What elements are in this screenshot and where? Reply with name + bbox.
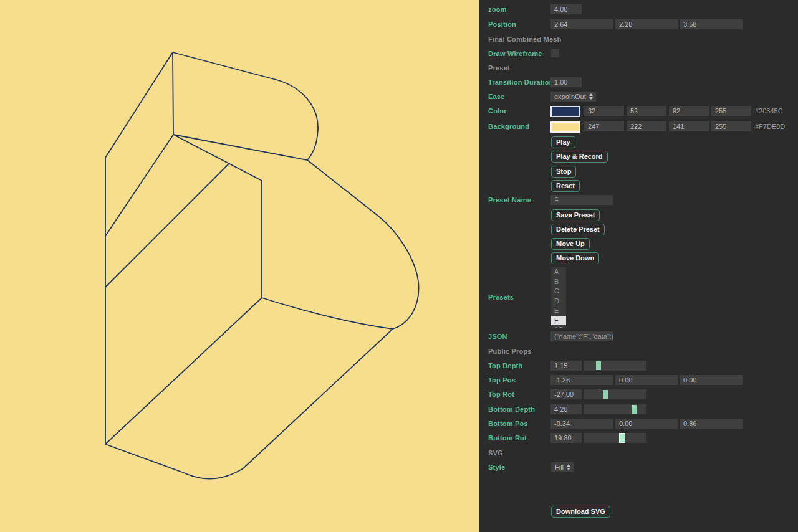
bottom-depth-input[interactable]: 4.20	[550, 404, 582, 414]
zoom-label: zoom	[488, 6, 507, 13]
bottom-depth-row: Bottom Depth 4.20	[479, 404, 798, 416]
preset-option[interactable]: B	[551, 277, 566, 287]
preset-name-input[interactable]: F	[550, 195, 613, 205]
bottom-pos-label: Bottom Pos	[488, 420, 528, 427]
top-depth-label: Top Depth	[488, 362, 522, 369]
json-label: JSON	[488, 333, 507, 340]
zoom-row: zoom 4.00	[479, 4, 798, 16]
play-record-button[interactable]: Play & Record	[551, 151, 608, 163]
json-input[interactable]: {"name":"F","data":{	[550, 331, 613, 341]
preset-option[interactable]: C	[551, 287, 566, 297]
updown-arrows-icon	[567, 464, 570, 470]
letter-canvas[interactable]	[0, 0, 479, 532]
presets-label: Presets	[488, 293, 514, 301]
preset-section: Preset	[479, 63, 798, 74]
bottom-rot-slider[interactable]	[584, 433, 646, 443]
transition-duration-label: Transition Duration	[488, 78, 554, 86]
background-label: Background	[488, 123, 529, 130]
top-depth-row: Top Depth 1.15	[479, 361, 798, 372]
top-depth-input[interactable]: 1.15	[550, 361, 582, 371]
bottom-rot-input[interactable]: 19.80	[550, 433, 582, 443]
background-row: Background 247 222 141 255 #F7DE8D	[479, 121, 798, 133]
bottom-rot-label: Bottom Rot	[488, 434, 527, 442]
ease-select[interactable]: expoInOut	[550, 92, 596, 102]
style-label: Style	[488, 463, 505, 471]
download-svg-button[interactable]: Download SVG	[551, 506, 610, 518]
position-x-input[interactable]: 2.64	[550, 19, 613, 29]
presets-listbox[interactable]: A B C D E F AB	[551, 267, 566, 328]
position-y-input[interactable]: 2.28	[615, 19, 678, 29]
bottom-pos-z-input[interactable]: 0.86	[680, 419, 743, 429]
position-z-input[interactable]: 3.58	[680, 19, 743, 29]
transition-duration-row: Transition Duration 1.00	[479, 77, 798, 88]
preset-option[interactable]: D	[551, 297, 566, 306]
top-rot-row: Top Rot -27.00	[479, 389, 798, 401]
letter-inner-edges	[105, 52, 393, 444]
top-depth-slider[interactable]	[584, 361, 646, 371]
draw-wireframe-checkbox[interactable]	[551, 49, 559, 57]
bottom-depth-slider-handle[interactable]	[632, 405, 637, 414]
preset-option-selected[interactable]: F	[551, 316, 566, 326]
zoom-input[interactable]: 4.00	[550, 4, 582, 14]
top-rot-slider-handle[interactable]	[603, 390, 608, 399]
color-g-input[interactable]: 52	[627, 106, 666, 116]
bottom-rot-slider-handle[interactable]	[619, 433, 625, 443]
final-combined-mesh-title: Final Combined Mesh	[488, 36, 561, 43]
bottom-rot-row: Bottom Rot 19.80	[479, 433, 798, 444]
move-down-button[interactable]: Move Down	[551, 252, 599, 264]
style-selected-value: Fill	[555, 462, 564, 472]
background-b-input[interactable]: 141	[669, 121, 709, 131]
color-r-input[interactable]: 32	[584, 106, 624, 116]
preset-option-partial[interactable]: AB	[551, 325, 566, 328]
bottom-pos-row: Bottom Pos -0.34 0.00 0.86	[479, 419, 798, 430]
color-label: Color	[488, 107, 507, 115]
reset-button[interactable]: Reset	[551, 180, 580, 192]
bottom-depth-label: Bottom Depth	[488, 406, 535, 413]
svg-section-title: SVG	[488, 449, 503, 457]
bottom-depth-slider[interactable]	[584, 404, 646, 414]
preset-option[interactable]: A	[551, 267, 566, 277]
background-g-input[interactable]: 222	[627, 121, 666, 131]
color-b-input[interactable]: 92	[669, 106, 709, 116]
preset-option[interactable]: E	[551, 306, 566, 316]
top-rot-input[interactable]: -27.00	[550, 389, 582, 399]
color-hex-value: #20345C	[755, 107, 783, 115]
delete-preset-button[interactable]: Delete Preset	[551, 224, 605, 235]
top-depth-slider-handle[interactable]	[596, 361, 601, 370]
public-props-title: Public Props	[488, 348, 532, 355]
color-row: Color 32 52 92 255 #20345C	[479, 106, 798, 117]
app-window: zoom 4.00 Position 2.64 2.28 3.58 Final …	[0, 0, 798, 532]
color-a-input[interactable]: 255	[711, 106, 751, 116]
top-pos-x-input[interactable]: -1.26	[550, 375, 613, 385]
bottom-pos-y-input[interactable]: 0.00	[615, 419, 678, 429]
top-pos-y-input[interactable]: 0.00	[615, 375, 678, 385]
style-row: Style Fill	[479, 462, 798, 473]
ease-label: Ease	[488, 93, 505, 100]
ease-row: Ease expoInOut	[479, 92, 798, 103]
draw-wireframe-row: Draw Wireframe	[479, 49, 798, 60]
style-select[interactable]: Fill	[551, 462, 574, 472]
background-r-input[interactable]: 247	[584, 121, 624, 131]
top-rot-label: Top Rot	[488, 391, 514, 398]
top-pos-z-input[interactable]: 0.00	[680, 375, 743, 385]
final-combined-mesh-section: Final Combined Mesh	[479, 34, 798, 45]
ease-selected-value: expoInOut	[554, 92, 586, 102]
bottom-pos-x-input[interactable]: -0.34	[550, 419, 613, 429]
color-swatch[interactable]	[550, 106, 580, 117]
move-up-button[interactable]: Move Up	[551, 238, 590, 250]
draw-wireframe-label: Draw Wireframe	[488, 50, 542, 57]
preset-section-title: Preset	[488, 64, 510, 72]
top-pos-row: Top Pos -1.26 0.00 0.00	[479, 375, 798, 386]
top-pos-label: Top Pos	[488, 376, 516, 384]
background-a-input[interactable]: 255	[711, 121, 751, 131]
play-button[interactable]: Play	[551, 136, 575, 148]
preset-name-row: Preset Name F	[479, 195, 798, 206]
stop-button[interactable]: Stop	[551, 166, 576, 178]
updown-arrows-icon	[589, 93, 593, 100]
background-swatch[interactable]	[550, 121, 580, 133]
presets-row: Presets A B C D E F AB	[479, 267, 798, 328]
preset-name-label: Preset Name	[488, 196, 531, 204]
top-rot-slider[interactable]	[584, 389, 646, 399]
save-preset-button[interactable]: Save Preset	[551, 209, 600, 221]
transition-duration-input[interactable]: 1.00	[550, 77, 582, 87]
